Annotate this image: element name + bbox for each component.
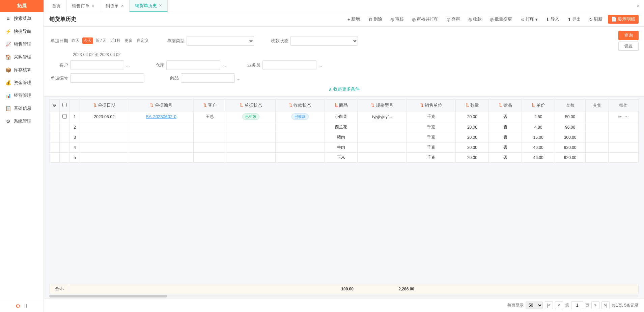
doc-type-select[interactable] bbox=[187, 36, 254, 46]
refresh-icon: ↻ bbox=[589, 17, 593, 22]
sidebar-item-system-mgmt[interactable]: ⚙ 系统管理 bbox=[0, 115, 44, 128]
col-gift[interactable]: ⇅ 赠品 bbox=[489, 100, 522, 111]
select-all-checkbox[interactable] bbox=[62, 103, 67, 107]
date-filter: 单据日期 昨天 今天 近7天 近1月 更多 自定义 bbox=[49, 37, 150, 44]
shortcut-more[interactable]: 更多 bbox=[123, 37, 134, 44]
goods-input[interactable] bbox=[181, 73, 235, 83]
shortcut-today[interactable]: 今天 bbox=[82, 37, 93, 44]
cell-action: ✏ ⋯ bbox=[609, 111, 639, 122]
salesperson-input[interactable] bbox=[262, 60, 316, 70]
sidebar-item-quick-nav[interactable]: ⚡ 快捷导航 bbox=[0, 25, 44, 38]
edit-action[interactable]: ✏ bbox=[617, 114, 622, 119]
audit-print-button[interactable]: ◎ 审核并打印 bbox=[409, 15, 441, 24]
new-button[interactable]: + 新增 bbox=[345, 15, 363, 24]
cell-settings bbox=[50, 122, 60, 132]
col-doc-status[interactable]: ⇅ 单据状态 bbox=[226, 100, 276, 111]
tab-sales-order[interactable]: 销售订单 ✕ bbox=[66, 0, 100, 12]
col-unit-price[interactable]: ⇅ 单价 bbox=[522, 100, 555, 111]
show-detail-icon: 📄 bbox=[611, 17, 617, 22]
audit-button[interactable]: ◎ 审核 bbox=[388, 15, 407, 24]
cell-goods: 西兰花 bbox=[325, 122, 358, 132]
sidebar-item-operations[interactable]: 📊 经营管理 bbox=[0, 89, 44, 102]
sidebar-item-sales-mgmt[interactable]: 📈 销售管理 bbox=[0, 38, 44, 51]
shortcut-yesterday[interactable]: 昨天 bbox=[70, 37, 81, 44]
scroll-thumb[interactable] bbox=[49, 295, 167, 297]
cell-action bbox=[609, 153, 639, 163]
col-date[interactable]: ⇅ 单据日期 bbox=[80, 100, 129, 111]
cell-transaction bbox=[586, 111, 609, 122]
sidebar-item-basic-info[interactable]: 📋 基础信息 bbox=[0, 102, 44, 115]
filter-row-3: 单据编号 商品 ... bbox=[49, 73, 639, 83]
col-sales-unit[interactable]: ⇅ 销售单位 bbox=[407, 100, 456, 111]
shortcut-7days[interactable]: 近7天 bbox=[94, 37, 108, 44]
salesperson-dots[interactable]: ... bbox=[318, 63, 322, 68]
sidebar-settings-icon[interactable]: ⚙ bbox=[16, 303, 20, 309]
warehouse-input[interactable] bbox=[166, 60, 220, 70]
warehouse-label: 仓库 bbox=[145, 62, 164, 68]
prev-page-btn[interactable]: < bbox=[555, 301, 563, 309]
collect-button[interactable]: ◎ 收款 bbox=[466, 15, 484, 24]
sidebar-item-search-menu[interactable]: ≡ 搜索菜单 bbox=[0, 12, 44, 25]
per-page-select[interactable]: 50 100 200 bbox=[526, 302, 543, 309]
warehouse-dots[interactable]: ... bbox=[222, 63, 226, 68]
close-all-tabs[interactable]: ✕ bbox=[635, 2, 641, 10]
tab-home[interactable]: 首页 bbox=[47, 0, 66, 12]
sidebar-item-capital-mgmt[interactable]: 💰 资金管理 bbox=[0, 76, 44, 89]
first-page-btn[interactable]: |< bbox=[545, 301, 553, 309]
summary-amount: 2,286.00 bbox=[381, 287, 421, 291]
tab-sales-history-close[interactable]: ✕ bbox=[159, 3, 162, 8]
col-settings[interactable]: ⚙ bbox=[50, 100, 60, 111]
col-payment-status[interactable]: ⇅ 收款状态 bbox=[275, 100, 325, 111]
more-action[interactable]: ⋯ bbox=[624, 114, 629, 119]
customer-input[interactable] bbox=[70, 60, 124, 70]
payment-status-select[interactable] bbox=[290, 36, 358, 46]
page-title: 销货单历史 bbox=[49, 16, 76, 23]
row-checkbox[interactable] bbox=[62, 114, 67, 119]
cell-row-num: 5 bbox=[70, 153, 80, 163]
next-page-btn[interactable]: > bbox=[591, 301, 599, 309]
goods-dots[interactable]: ... bbox=[237, 76, 241, 81]
abandon-button[interactable]: ◎ 弃审 bbox=[444, 15, 463, 24]
col-spec[interactable]: ⇅ 规格型号 bbox=[358, 100, 407, 111]
import-icon: ⬇ bbox=[546, 17, 550, 22]
batch-change-button[interactable]: ◎ 批量变更 bbox=[487, 15, 515, 24]
tab-sales-invoice[interactable]: 销货单 ✕ bbox=[100, 0, 130, 12]
col-gift-label: 赠品 bbox=[503, 103, 512, 108]
import-button[interactable]: ⬇ 导入 bbox=[543, 15, 562, 24]
customer-dots[interactable]: ... bbox=[126, 63, 130, 68]
export-button[interactable]: ⬆ 导出 bbox=[565, 15, 584, 24]
sidebar-collapse-icon[interactable]: ⏸ bbox=[23, 303, 28, 309]
scroll-area[interactable] bbox=[44, 294, 644, 298]
cell-amount: 920.00 bbox=[555, 153, 586, 163]
print-button[interactable]: 🖨 打印 ▾ bbox=[517, 15, 540, 24]
col-quantity[interactable]: ⇅ 数量 bbox=[456, 100, 489, 111]
tab-sales-history[interactable]: 销货单历史 ✕ bbox=[130, 0, 168, 12]
shortcut-1month[interactable]: 近1月 bbox=[109, 37, 122, 44]
sidebar-item-inventory[interactable]: 📦 库存核算 bbox=[0, 63, 44, 76]
tab-sales-invoice-close[interactable]: ✕ bbox=[121, 4, 124, 8]
page-label: 第 bbox=[565, 303, 569, 308]
sidebar-item-purchase-mgmt[interactable]: 🏠 采购管理 bbox=[0, 51, 44, 63]
shortcut-custom[interactable]: 自定义 bbox=[135, 37, 150, 44]
sidebar-item-label: 销售管理 bbox=[14, 41, 31, 47]
print-label: 打印 bbox=[526, 16, 534, 22]
collapse-button[interactable]: ∧ 收起更多条件 bbox=[49, 86, 639, 92]
col-customer[interactable]: ⇅ 客户 bbox=[193, 100, 226, 111]
doc-number-input[interactable] bbox=[70, 73, 144, 83]
query-button[interactable]: 查询 bbox=[618, 31, 639, 40]
page-input[interactable]: 1 bbox=[571, 301, 583, 309]
last-page-btn[interactable]: >| bbox=[601, 301, 610, 309]
setting-button[interactable]: 设置 bbox=[618, 42, 639, 51]
tab-sales-order-close[interactable]: ✕ bbox=[91, 4, 94, 8]
cell-doc-num bbox=[129, 122, 193, 132]
delete-button[interactable]: 🗑 删除 bbox=[365, 15, 385, 24]
operations-icon: 📊 bbox=[5, 93, 11, 99]
sort-price-icon: ⇅ bbox=[531, 103, 535, 108]
col-goods[interactable]: ⇅ 商品 bbox=[325, 100, 358, 111]
cell-date bbox=[80, 122, 129, 132]
refresh-button[interactable]: ↻ 刷新 bbox=[586, 15, 605, 24]
show-detail-button[interactable]: 📄 显示明细 bbox=[608, 15, 639, 24]
abandon-label: 弃审 bbox=[451, 16, 460, 22]
col-doc-num[interactable]: ⇅ 单据编号 bbox=[129, 100, 193, 111]
doc-num-link[interactable]: SA-20230602-0 bbox=[146, 114, 176, 119]
